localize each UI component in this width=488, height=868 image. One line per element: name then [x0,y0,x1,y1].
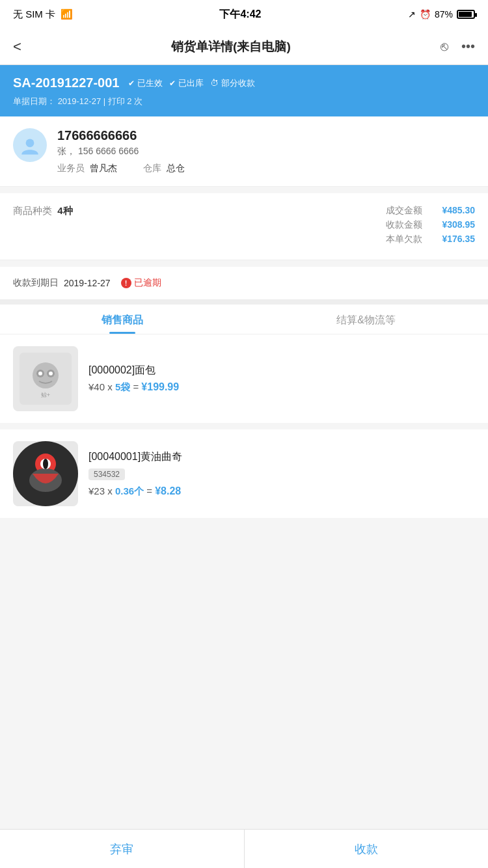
order-id: SA-20191227-001 [13,75,119,90]
warehouse-name: 总仓 [167,163,185,173]
battery-percent: 87% [435,9,453,20]
status-left: 无 SIM 卡 📶 [13,8,73,21]
order-date-info: 单据日期： 2019-12-27 | 打印 2 次 [13,96,475,107]
abandon-review-button[interactable]: 弃审 [0,830,245,868]
customer-section: 17666666666 张， 156 6666 6666 业务员 曾凡杰 仓库 … [0,116,488,187]
product-name-2: [00040001]黄油曲奇 [88,450,475,464]
warehouse-meta: 仓库 总仓 [143,163,185,174]
share-icon[interactable]: ⎋ [441,39,448,54]
status-badge-partial: 部分收款 [210,77,255,89]
wifi-icon: 📶 [61,8,73,20]
location-icon: ↗ [408,9,416,20]
received-amount: ¥308.95 [442,219,475,231]
svg-point-12 [43,459,48,469]
product-types-item: 商品种类 4种 [13,205,73,217]
debt-amount: ¥176.35 [442,234,475,245]
summary-left: 商品种类 4种 [13,205,73,248]
order-header: SA-20191227-001 已生效 已出库 部分收款 单据日期： 2019-… [0,65,488,116]
sales-meta: 业务员 曾凡杰 [57,163,117,174]
product-sku-2: 534532 [88,468,125,480]
collect-payment-button[interactable]: 收款 [245,830,489,868]
avatar-icon [20,135,40,156]
bottom-bar: 弃审 收款 [0,829,488,868]
overdue-text: 已逾期 [134,277,161,289]
svg-point-2 [33,362,59,388]
deal-amount-row: 成交金额 ¥485.30 [386,205,475,217]
battery-icon [457,10,475,19]
tab-products[interactable]: 销售商品 [0,305,244,334]
page-title: 销货单详情(来自电脑) [171,38,291,55]
debt-row: 本单欠款 ¥176.35 [386,234,475,245]
tabs: 销售商品 结算&物流等 [0,305,488,334]
svg-point-0 [26,139,34,147]
deal-amount: ¥485.30 [442,205,475,217]
product-qty-2: 0.36个 [115,485,144,496]
product-info-2: [00040001]黄油曲奇 534532 ¥23 x 0.36个 = ¥8.2… [88,450,475,498]
nav-actions: ⎋ ••• [441,39,475,54]
status-badges: 已生效 已出库 部分收款 [128,77,255,89]
date-label: 单据日期： [13,96,55,106]
back-icon: < [13,38,21,55]
customer-meta: 业务员 曾凡杰 仓库 总仓 [57,163,475,174]
order-date: 2019-12-27 [58,96,102,106]
product-placeholder-icon-1: 鲸+ [20,353,72,405]
customer-account: 17666666666 [57,128,475,143]
product-price-2: ¥23 x 0.36个 = ¥8.28 [88,485,475,498]
status-badge-delivered: 已出库 [169,77,204,89]
due-date-value: 2019-12-27 [64,278,111,288]
svg-point-5 [38,372,42,375]
product-total-2: ¥8.28 [155,485,181,496]
product-thumbnail-2 [13,441,78,506]
status-right: ↗ ⏰ 87% [408,9,475,20]
more-icon[interactable]: ••• [461,39,475,54]
overdue-icon: ! [121,278,131,288]
product-item: 鲸+ [0000002]面包 ¥40 x 5袋 = ¥199.99 [0,334,488,423]
avatar [13,128,47,162]
product-info-1: [0000002]面包 ¥40 x 5袋 = ¥199.99 [88,364,475,394]
status-badge-effective: 已生效 [128,77,163,89]
carrier-text: 无 SIM 卡 [13,8,55,21]
check-icon-1 [128,78,135,88]
product-name-1: [0000002]面包 [88,364,475,377]
print-info: 打印 2 次 [108,96,142,106]
svg-text:鲸+: 鲸+ [41,392,50,398]
status-time: 下午4:42 [219,8,261,21]
sales-name: 曾凡杰 [90,163,117,173]
product-price-1: ¥40 x 5袋 = ¥199.99 [88,381,475,394]
product-total-1: ¥199.99 [141,381,179,392]
back-button[interactable]: < [13,38,21,55]
status-bar: 无 SIM 卡 📶 下午4:42 ↗ ⏰ 87% [0,0,488,29]
check-icon-2 [169,78,176,88]
svg-point-6 [49,372,53,375]
due-date-section: 收款到期日 2019-12-27 ! 已逾期 [0,267,488,305]
clock-icon [210,78,219,88]
order-header-top: SA-20191227-001 已生效 已出库 部分收款 [13,75,475,90]
overdue-badge: ! 已逾期 [116,276,167,290]
product-types-value: 4种 [57,205,72,216]
customer-info: 17666666666 张， 156 6666 6666 业务员 曾凡杰 仓库 … [57,128,475,174]
products-list: 鲸+ [0000002]面包 ¥40 x 5袋 = ¥199.99 [0,334,488,518]
summary-section: 商品种类 4种 成交金额 ¥485.30 收款金额 ¥308.95 本单欠款 ¥… [0,193,488,260]
tab-settlement[interactable]: 结算&物流等 [244,305,488,334]
alarm-icon: ⏰ [420,9,431,20]
product-thumbnail-1: 鲸+ [13,346,78,411]
summary-right: 成交金额 ¥485.30 收款金额 ¥308.95 本单欠款 ¥176.35 [386,205,475,248]
nav-bar: < 销货单详情(来自电脑) ⎋ ••• [0,29,488,65]
customer-contact: 张， 156 6666 6666 [57,146,475,157]
product-item: [00040001]黄油曲奇 534532 ¥23 x 0.36个 = ¥8.2… [0,429,488,518]
product-image-2 [13,441,78,506]
product-qty-1: 5袋 [115,381,130,392]
received-row: 收款金额 ¥308.95 [386,219,475,231]
